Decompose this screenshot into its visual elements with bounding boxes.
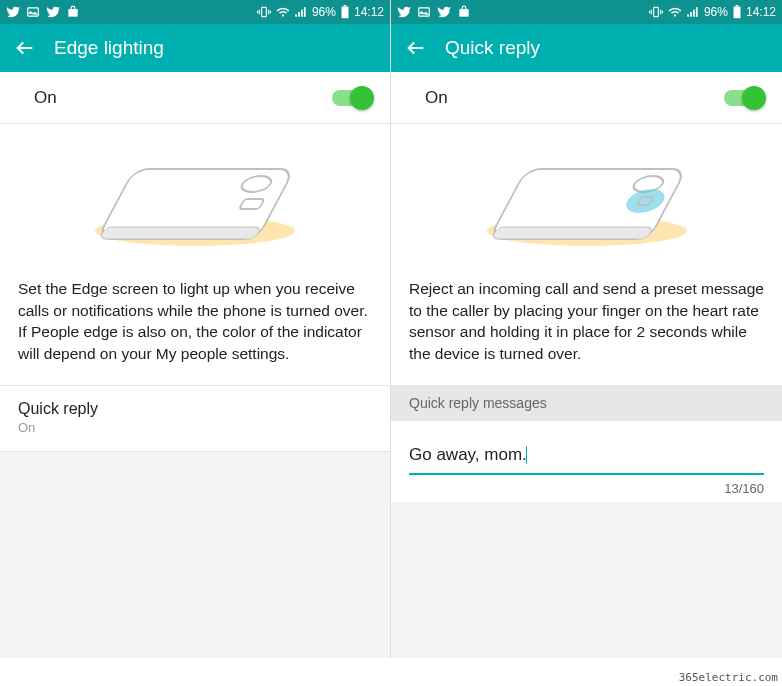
store-icon — [457, 5, 471, 19]
message-input-area: Go away, mom. 13/160 — [391, 421, 782, 502]
phone-illustration — [391, 124, 782, 274]
battery-percent: 96% — [312, 5, 336, 19]
battery-percent: 96% — [704, 5, 728, 19]
description-text: Set the Edge screen to light up when you… — [0, 274, 390, 386]
clock: 14:12 — [354, 5, 384, 19]
phone-illustration — [0, 124, 390, 274]
store-icon — [66, 5, 80, 19]
twitter-icon — [46, 5, 60, 19]
svg-rect-1 — [262, 7, 267, 16]
battery-icon — [732, 5, 742, 19]
status-bar: 96% 14:12 — [391, 0, 782, 24]
list-item-title: Quick reply — [18, 400, 372, 418]
message-input[interactable]: Go away, mom. — [409, 445, 764, 475]
char-count: 13/160 — [409, 481, 764, 496]
twitter-icon — [397, 5, 411, 19]
screen-quick-reply: 96% 14:12 Quick reply On — [391, 0, 782, 658]
wifi-icon — [276, 5, 290, 19]
description-text: Reject an incoming call and send a prese… — [391, 274, 782, 385]
action-bar: Edge lighting — [0, 24, 390, 72]
master-toggle-row[interactable]: On — [391, 72, 782, 124]
svg-rect-12 — [736, 5, 739, 6]
page-title: Edge lighting — [54, 37, 164, 59]
screen-edge-lighting: 96% 14:12 Edge lighting On — [0, 0, 391, 658]
signal-icon — [686, 5, 700, 19]
clock: 14:12 — [746, 5, 776, 19]
svg-rect-6 — [99, 227, 261, 239]
toggle-switch[interactable] — [724, 90, 764, 106]
image-icon — [26, 5, 40, 19]
page-title: Quick reply — [445, 37, 540, 59]
watermark: 365electric.com — [679, 671, 778, 684]
twitter-icon — [6, 5, 20, 19]
toggle-label: On — [34, 88, 57, 108]
signal-icon — [294, 5, 308, 19]
twitter-icon — [437, 5, 451, 19]
status-bar: 96% 14:12 — [0, 0, 390, 24]
svg-rect-10 — [654, 7, 659, 16]
action-bar: Quick reply — [391, 24, 782, 72]
svg-rect-9 — [419, 8, 430, 16]
svg-rect-3 — [344, 5, 347, 6]
vibrate-icon — [256, 5, 272, 19]
message-text: Go away, mom. — [409, 445, 527, 464]
svg-rect-2 — [341, 6, 348, 18]
svg-rect-15 — [491, 227, 653, 239]
back-icon[interactable] — [14, 37, 36, 59]
svg-rect-0 — [28, 8, 39, 16]
battery-icon — [340, 5, 350, 19]
svg-rect-11 — [733, 6, 740, 18]
toggle-label: On — [425, 88, 448, 108]
back-icon[interactable] — [405, 37, 427, 59]
section-header: Quick reply messages — [391, 385, 782, 421]
wifi-icon — [668, 5, 682, 19]
image-icon — [417, 5, 431, 19]
text-cursor — [526, 446, 527, 464]
list-item-subtitle: On — [18, 420, 372, 435]
quick-reply-item[interactable]: Quick reply On — [0, 386, 390, 452]
master-toggle-row[interactable]: On — [0, 72, 390, 124]
toggle-switch[interactable] — [332, 90, 372, 106]
vibrate-icon — [648, 5, 664, 19]
